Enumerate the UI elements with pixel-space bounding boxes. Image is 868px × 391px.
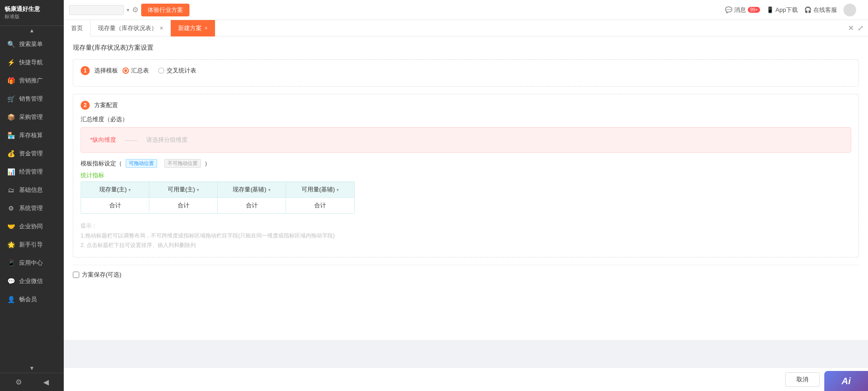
stats-th-可用量(基辅)[interactable]: 可用量(基辅)▾: [286, 182, 354, 197]
tab-inventory[interactable]: 现存量（库存状况表）×: [91, 20, 171, 36]
sidebar-item-finance[interactable]: 💰资金管理: [0, 144, 64, 163]
indicator-settings-label: 模板指标设定（ 可拖动位置 不可拖动位置 ）: [81, 159, 851, 168]
message-label: 消息: [734, 6, 746, 14]
step1-number: 1: [81, 66, 90, 75]
topbar-gear-icon[interactable]: ⚙: [132, 5, 138, 14]
sidebar-item-purchase[interactable]: 📦采购管理: [0, 108, 64, 126]
tabs-actions: ✕ ⤢: [848, 24, 868, 32]
dimension-placeholder: 请选择分组维度: [146, 136, 188, 144]
headset-icon: 🎧: [804, 6, 812, 13]
step1-title: 选择模板: [94, 67, 118, 75]
sidebar-icon-member: 👤: [6, 295, 15, 304]
stats-th-可用量(主)[interactable]: 可用量(主)▾: [149, 182, 218, 197]
sidebar-label-basic-info: 基础信息: [19, 186, 43, 194]
tab-close-inventory[interactable]: ×: [160, 25, 163, 31]
sidebar-item-newbie[interactable]: 🌟新手引导: [0, 236, 64, 254]
sidebar-scroll-down[interactable]: ▼: [0, 364, 64, 373]
sidebar-item-app-center[interactable]: 📱应用中心: [0, 254, 64, 272]
sidebar-icon-newbie: 🌟: [6, 240, 15, 249]
stats-table-row: 合计合计合计合计: [81, 197, 354, 213]
tabs-bar: 首页现存量（库存状况表）×新建方案× ✕ ⤢: [64, 20, 868, 36]
save-label: 方案保存(可选): [82, 271, 122, 279]
tab-label-inventory: 现存量（库存状况表）: [98, 24, 157, 32]
chevron-down-icon: ▾: [197, 187, 199, 192]
sidebar-item-quick-nav[interactable]: ⚡快捷导航: [0, 53, 64, 72]
step1-section: 1 选择模板 汇总表 交叉统计表: [73, 59, 859, 87]
topbar-app-download[interactable]: 📱 App下载: [766, 6, 798, 14]
radio-summary-table[interactable]: 汇总表: [123, 67, 149, 75]
sidebar-label-newbie: 新手引导: [19, 241, 43, 249]
tips-section: 提示： 1.拖动标题栏可以调整布局，不可跨维度或指标区域拖动栏目字段(只能在同一…: [81, 221, 851, 251]
sidebar-item-operations[interactable]: 📊经营管理: [0, 163, 64, 181]
sidebar-label-member: 畅会员: [19, 295, 37, 304]
collapse-icon[interactable]: ◀: [43, 378, 49, 386]
tabs-container: 首页现存量（库存状况表）×新建方案×: [64, 20, 848, 36]
th-label: 现存量(基辅): [233, 185, 266, 194]
topbar-message[interactable]: 💬 消息 99+: [725, 6, 760, 14]
step2-number: 2: [81, 101, 90, 110]
sidebar-label-corp: 企业协同: [19, 222, 43, 231]
main-area: ▾ ⚙ 体验行业方案 💬 消息 99+ 📱 App下载 🎧 在线客服 首页现存量…: [64, 0, 868, 391]
sidebar-scroll-up[interactable]: ▲: [0, 26, 64, 35]
tab-new-plan[interactable]: 新建方案×: [171, 20, 215, 36]
sidebar-item-sales[interactable]: 🛒销售管理: [0, 90, 64, 108]
sidebar-item-marketing[interactable]: 🎁营销推广: [0, 72, 64, 90]
save-row: 方案保存(可选): [73, 265, 859, 284]
topbar-right: 💬 消息 99+ 📱 App下载 🎧 在线客服: [725, 4, 863, 16]
template-radio-group: 汇总表 交叉统计表: [123, 67, 196, 75]
step1-header: 1 选择模板 汇总表 交叉统计表: [81, 66, 851, 75]
industry-btn[interactable]: 体验行业方案: [141, 4, 189, 16]
cancel-button[interactable]: 取消: [785, 372, 820, 387]
footer-bar: 取消 查询: [64, 367, 868, 391]
sidebar-item-corp[interactable]: 🤝企业协同: [0, 217, 64, 236]
sidebar-item-wechat[interactable]: 💬企业微信: [0, 272, 64, 290]
stats-td: 合计: [218, 198, 286, 213]
sidebar-icon-corp: 🤝: [6, 222, 15, 231]
stats-table-header: 现存量(主)▾可用量(主)▾现存量(基辅)▾可用量(基辅)▾: [81, 182, 354, 197]
tips-item: 2. 点击标题栏下拉可设置排序、插入列和删除列: [81, 241, 851, 251]
close-panel-icon[interactable]: ✕: [848, 24, 854, 32]
sidebar-label-app-center: 应用中心: [19, 259, 43, 267]
indicator-settings: 模板指标设定（ 可拖动位置 不可拖动位置 ） 统计指标 现存量(主)▾可用量(主…: [81, 159, 851, 251]
save-checkbox[interactable]: [73, 272, 79, 278]
sidebar-icon-app-center: 📱: [6, 258, 15, 268]
dimension-config-label: 汇总维度（必选）: [81, 115, 851, 123]
app-icon: 📱: [766, 6, 774, 13]
sidebar-item-basic-info[interactable]: 🗂基础信息: [0, 181, 64, 199]
tab-close-new-plan[interactable]: ×: [204, 25, 208, 31]
sidebar-label-sales: 销售管理: [19, 95, 43, 103]
sidebar-icon-inventory: 🏪: [6, 131, 15, 140]
dimension-area[interactable]: *纵向维度 —— 请选择分组维度: [81, 127, 851, 153]
radio-cross-table[interactable]: 交叉统计表: [158, 67, 196, 75]
sidebar-item-system[interactable]: ⚙系统管理: [0, 199, 64, 217]
topbar-dropdown-icon[interactable]: ▾: [127, 7, 129, 13]
sidebar-item-search[interactable]: 🔍搜索菜单: [0, 35, 64, 53]
ai-badge[interactable]: Ai: [824, 371, 868, 391]
chevron-down-icon: ▾: [128, 187, 131, 192]
sidebar-nav: 🔍搜索菜单⚡快捷导航🎁营销推广🛒销售管理📦采购管理🏪库存核算💰资金管理📊经营管理…: [0, 35, 64, 364]
stats-th-现存量(基辅)[interactable]: 现存量(基辅)▾: [218, 182, 286, 197]
sidebar-label-wechat: 企业微信: [19, 277, 43, 285]
sidebar-label-operations: 经营管理: [19, 168, 43, 176]
stats-td: 合计: [149, 198, 218, 213]
settings-icon[interactable]: ⚙: [15, 378, 22, 386]
topbar-search-input[interactable]: [69, 5, 124, 15]
sidebar: 畅康通好生意 标准版 ▲ 🔍搜索菜单⚡快捷导航🎁营销推广🛒销售管理📦采购管理🏪库…: [0, 0, 64, 391]
sidebar-item-inventory[interactable]: 🏪库存核算: [0, 126, 64, 144]
expand-panel-icon[interactable]: ⤢: [858, 24, 863, 32]
app-subtitle: 标准版: [5, 13, 59, 20]
stats-th-现存量(主)[interactable]: 现存量(主)▾: [81, 182, 149, 197]
sidebar-icon-finance: 💰: [6, 149, 15, 158]
app-download-label: App下载: [776, 6, 798, 14]
topbar-online-service[interactable]: 🎧 在线客服: [804, 6, 837, 14]
th-label: 可用量(主): [168, 185, 195, 194]
tab-home[interactable]: 首页: [64, 20, 91, 36]
sidebar-icon-system: ⚙: [6, 204, 15, 213]
sidebar-item-member[interactable]: 👤畅会员: [0, 290, 64, 309]
user-avatar[interactable]: [843, 4, 856, 16]
stats-td: 合计: [286, 198, 354, 213]
sidebar-label-marketing: 营销推广: [19, 77, 43, 85]
sidebar-footer: ⚙ ◀: [0, 373, 64, 391]
config-section: 汇总维度（必选） *纵向维度 —— 请选择分组维度 模板指标设定（ 可拖动位置: [81, 115, 851, 251]
radio-dot-cross: [158, 67, 164, 74]
